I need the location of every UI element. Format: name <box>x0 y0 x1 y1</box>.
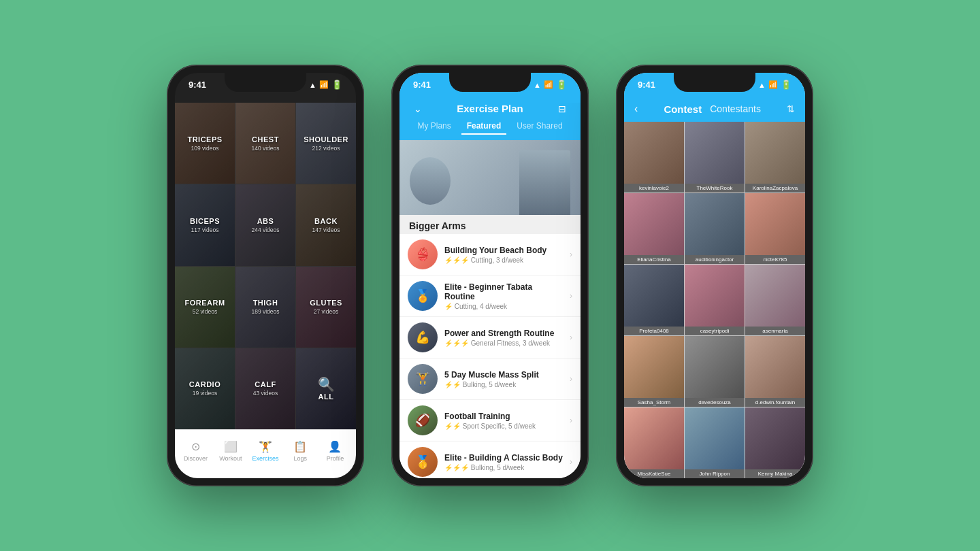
workout-icon: ⬜ <box>224 440 238 453</box>
contestant-name-11: d.edwin.fountain <box>745 398 805 407</box>
cat-label-back: BACK <box>314 217 338 225</box>
category-thigh[interactable]: THIGH 189 videos <box>235 267 295 348</box>
discover-icon: ⊙ <box>191 440 200 453</box>
plan-thumb-5: 🥇 <box>408 447 438 477</box>
contestant-item-4[interactable]: auditioningactor <box>685 193 745 264</box>
tab-featured[interactable]: Featured <box>461 118 507 135</box>
category-all[interactable]: 🔍 ALL <box>296 348 356 429</box>
contestant-item-6[interactable]: Profeta0408 <box>624 265 684 335</box>
filter-icon[interactable]: ⊟ <box>554 103 570 114</box>
contestant-item-0[interactable]: kevinlavoie2 <box>624 122 684 193</box>
plan-item-4[interactable]: 🏈 Football Training ⚡⚡ Sport Specific, 5… <box>399 400 581 441</box>
plan-thumb-3: 🏋 <box>408 364 438 394</box>
tab-logs[interactable]: 📋 Logs <box>283 440 318 462</box>
tab-profile[interactable]: 👤 Profile <box>318 440 353 462</box>
status-icons-3: ▲ 📶 🔋 <box>758 80 791 90</box>
cat-count-forearm: 52 videos <box>193 308 217 315</box>
status-icons-2: ▲ 📶 🔋 <box>534 80 567 90</box>
cat-count-abs: 244 videos <box>251 227 279 233</box>
cat-label-triceps: TRICEPS <box>187 135 222 144</box>
profile-icon: 👤 <box>328 440 342 453</box>
plan-name-5: Elite - Building A Classic Body <box>444 453 563 463</box>
chevron-1: › <box>570 291 572 301</box>
contestant-item-2[interactable]: KarolinaZacpalova <box>745 122 805 193</box>
phone3-subtitle[interactable]: Contestants <box>710 103 761 114</box>
sort-icon[interactable]: ⇅ <box>787 103 795 114</box>
tab-workout[interactable]: ⬜ Workout <box>213 440 248 462</box>
plan-name-0: Building Your Beach Body <box>444 246 563 255</box>
tab-user-shared[interactable]: User Shared <box>511 118 568 135</box>
plan-item-2[interactable]: 💪 Power and Strength Routine ⚡⚡⚡ General… <box>399 317 581 358</box>
plan-meta-4: ⚡⚡ Sport Specific, 5 d/week <box>444 422 563 430</box>
plan-meta-2: ⚡⚡⚡ General Fitness, 3 d/week <box>444 339 563 347</box>
contestant-item-5[interactable]: nicte8785 <box>745 193 805 264</box>
contestant-photo-11 <box>745 336 805 398</box>
chevron-2: › <box>570 333 572 342</box>
contestant-item-9[interactable]: Sasha_Storm <box>624 336 684 407</box>
tab-discover[interactable]: ⊙ Discover <box>178 440 213 462</box>
plan-item-1[interactable]: 🏅 Elite - Beginner Tabata Routine ⚡ Cutt… <box>399 276 581 317</box>
cat-label-abs: ABS <box>257 217 274 225</box>
contestant-name-5: nicte8785 <box>745 255 805 264</box>
cat-label-thigh: THIGH <box>253 299 278 307</box>
logs-icon: 📋 <box>293 440 307 453</box>
phone2-top-bar: ⌄ Exercise Plan ⊟ <box>399 103 581 118</box>
contestant-name-7: caseytripodi <box>685 327 745 335</box>
dropdown-icon[interactable]: ⌄ <box>410 103 426 114</box>
contestant-item-1[interactable]: TheWhiteRook <box>685 122 745 193</box>
category-biceps[interactable]: BICEPS 117 videos <box>175 184 235 265</box>
contestant-photo-14 <box>745 407 805 469</box>
contestant-item-11[interactable]: d.edwin.fountain <box>745 336 805 407</box>
contestant-name-14: Kenny Makina <box>745 469 805 478</box>
contestant-item-12[interactable]: MissKatieSue <box>624 407 684 478</box>
category-cardio[interactable]: CARDIO 19 videos <box>175 348 235 429</box>
contestant-name-9: Sasha_Storm <box>624 398 684 407</box>
contestant-item-8[interactable]: asenmaria <box>745 265 805 335</box>
status-time-3: 9:41 <box>638 80 655 90</box>
plan-name-1: Elite - Beginner Tabata Routine <box>444 282 563 301</box>
category-triceps[interactable]: TRICEPS 109 videos <box>175 103 235 184</box>
category-forearm[interactable]: FOREARM 52 videos <box>175 267 235 348</box>
cat-label-cardio: CARDIO <box>189 380 220 388</box>
category-shoulder[interactable]: SHOULDER 212 videos <box>296 103 356 184</box>
plan-meta-3: ⚡⚡ Bulking, 5 d/week <box>444 381 563 388</box>
cat-label-chest: CHEST <box>252 135 279 144</box>
tab-logs-label: Logs <box>293 455 307 462</box>
contestant-photo-0 <box>624 122 684 184</box>
tab-my-plans[interactable]: My Plans <box>412 118 456 135</box>
contestant-photo-12 <box>624 407 684 469</box>
contestant-item-10[interactable]: davedesouza <box>685 336 745 407</box>
cat-count-triceps: 109 videos <box>191 145 218 152</box>
contestant-item-3[interactable]: ElianaCristina <box>624 193 684 264</box>
section-header: Bigger Arms <box>399 215 581 234</box>
cat-count-biceps: 117 videos <box>191 227 218 233</box>
plan-name-3: 5 Day Muscle Mass Split <box>444 370 563 380</box>
contestant-item-7[interactable]: caseytripodi <box>685 265 745 335</box>
plan-name-2: Power and Strength Routine <box>444 329 563 338</box>
category-abs[interactable]: ABS 244 videos <box>235 184 295 265</box>
contestant-item-14[interactable]: Kenny Makina <box>745 407 805 478</box>
plan-item-3[interactable]: 🏋 5 Day Muscle Mass Split ⚡⚡ Bulking, 5 … <box>399 358 581 400</box>
back-icon[interactable]: ‹ <box>634 103 638 115</box>
contestant-item-13[interactable]: John Rippon <box>685 407 745 478</box>
category-glutes[interactable]: GLUTES 27 videos <box>296 267 356 348</box>
contestant-name-8: asenmaria <box>745 327 805 335</box>
plan-thumb-0: 👙 <box>408 239 438 269</box>
plan-thumb-2: 💪 <box>408 322 438 352</box>
plan-info-2: Power and Strength Routine ⚡⚡⚡ General F… <box>444 329 563 347</box>
contestant-name-12: MissKatieSue <box>624 469 684 478</box>
plan-item-5[interactable]: 🥇 Elite - Building A Classic Body ⚡⚡⚡ Bu… <box>399 441 581 478</box>
contestant-photo-1 <box>685 122 745 184</box>
category-chest[interactable]: CHEST 140 videos <box>235 103 295 184</box>
notch-2 <box>449 73 531 92</box>
tab-profile-label: Profile <box>327 455 344 462</box>
cat-count-back: 147 videos <box>312 227 340 233</box>
tab-exercises[interactable]: 🏋 Exercises <box>248 440 282 462</box>
plan-info-3: 5 Day Muscle Mass Split ⚡⚡ Bulking, 5 d/… <box>444 370 563 388</box>
category-calf[interactable]: CALF 43 videos <box>235 348 295 429</box>
plan-info-4: Football Training ⚡⚡ Sport Specific, 5 d… <box>444 412 563 430</box>
cat-count-chest: 140 videos <box>251 145 279 152</box>
plan-item-0[interactable]: 👙 Building Your Beach Body ⚡⚡⚡ ⚡⚡⚡ Cutti… <box>399 234 581 276</box>
category-back[interactable]: BACK 147 videos <box>296 184 356 265</box>
contestant-photo-4 <box>685 193 745 255</box>
